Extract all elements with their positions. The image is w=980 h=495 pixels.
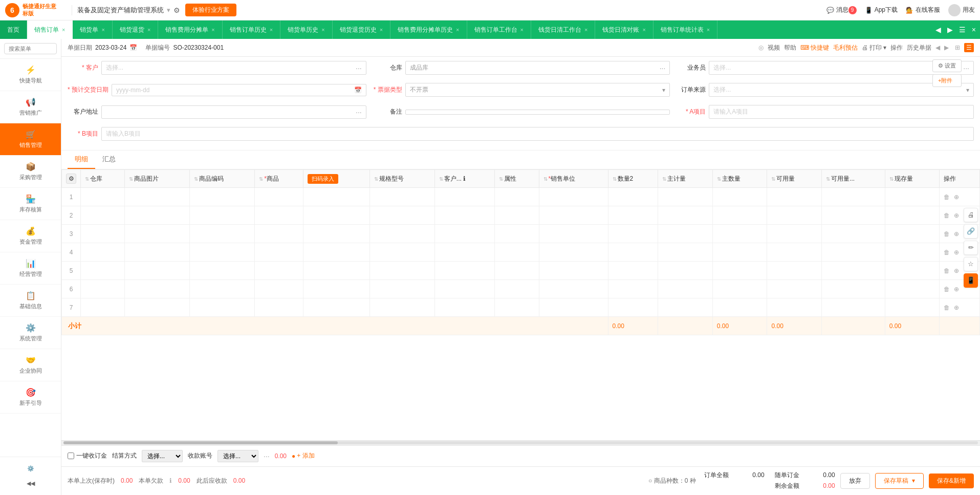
cell-attr[interactable] — [495, 225, 539, 243]
save-draft-button[interactable]: 保存草稿 ▾ — [875, 473, 924, 489]
sidebar-item-marketing[interactable]: 📢 营销推广 — [0, 91, 61, 123]
copy-icon[interactable]: ⊕ — [954, 249, 959, 256]
cell-spec[interactable] — [369, 188, 434, 206]
cell-scan[interactable] — [303, 206, 369, 225]
cell-main-qty[interactable] — [712, 280, 767, 298]
close-tab-icon[interactable]: × — [520, 27, 524, 33]
more-icon[interactable]: ··· — [356, 108, 362, 116]
tab-order-workbench[interactable]: 销售订单工作台 × — [467, 20, 531, 39]
cell-customer-code[interactable] — [434, 280, 494, 298]
column-settings-icon[interactable]: ⚙ — [66, 174, 76, 184]
cell-product[interactable] — [255, 225, 303, 243]
cell-unit[interactable] — [539, 188, 608, 206]
sidebar-item-quicknav[interactable]: ⚡ 快捷导航 — [0, 59, 61, 91]
solution-button[interactable]: 体验行业方案 — [185, 4, 236, 16]
tab-detail[interactable]: 明细 — [68, 150, 95, 169]
cell-image[interactable] — [125, 280, 190, 298]
nav-prev-icon[interactable]: ◀ — [933, 25, 943, 35]
scrollbar-thumb[interactable] — [63, 441, 338, 444]
cell-main-unit[interactable] — [658, 225, 713, 243]
tab-return-history[interactable]: 销货退货历史 × — [333, 20, 390, 39]
cell-available1[interactable] — [767, 243, 822, 262]
cell-action[interactable]: 🗑 ⊕ — [940, 298, 980, 317]
sidebar-item-sales[interactable]: 🛒 销售管理 — [0, 123, 61, 156]
cell-code[interactable] — [190, 262, 255, 280]
cell-available2[interactable] — [822, 262, 885, 280]
cell-code[interactable] — [190, 243, 255, 262]
cell-code[interactable] — [190, 298, 255, 317]
sidebar-item-inventory[interactable]: 🏪 库存核算 — [0, 188, 61, 220]
close-tab-icon[interactable]: × — [707, 27, 710, 33]
more-icon[interactable]: ··· — [356, 64, 362, 72]
cell-scan[interactable] — [303, 298, 369, 317]
cell-image[interactable] — [125, 298, 190, 317]
print-dropdown-icon[interactable]: ▾ — [883, 44, 886, 51]
cell-warehouse[interactable] — [81, 206, 125, 225]
cell-customer-code[interactable] — [434, 243, 494, 262]
cell-warehouse[interactable] — [81, 262, 125, 280]
tab-home[interactable]: 首页 — [0, 20, 27, 39]
close-tab-icon[interactable]: × — [211, 27, 214, 33]
cell-warehouse[interactable] — [81, 188, 125, 206]
cell-warehouse[interactable] — [81, 280, 125, 298]
right-star-icon[interactable]: ☆ — [964, 257, 978, 271]
help-button[interactable]: 帮助 — [784, 44, 796, 52]
sidebar-item-basic[interactable]: 📋 基础信息 — [0, 285, 61, 317]
cell-available1[interactable] — [767, 280, 822, 298]
one-click-checkbox[interactable] — [68, 453, 74, 459]
delete-icon[interactable]: 🗑 — [944, 267, 950, 274]
delete-icon[interactable]: 🗑 — [944, 249, 950, 256]
cell-unit[interactable] — [539, 225, 608, 243]
cell-main-qty[interactable] — [712, 188, 767, 206]
cell-available2[interactable] — [822, 188, 885, 206]
cell-attr[interactable] — [495, 262, 539, 280]
close-tab-icon[interactable]: × — [380, 27, 383, 33]
cell-main-unit[interactable] — [658, 262, 713, 280]
cell-customer-code[interactable] — [434, 206, 494, 225]
cell-customer-code[interactable] — [434, 225, 494, 243]
attach-button[interactable]: +附件 — [932, 74, 962, 87]
cell-scan[interactable] — [303, 243, 369, 262]
cell-unit[interactable] — [539, 298, 608, 317]
remark-input[interactable] — [405, 110, 670, 115]
cell-customer-code[interactable] — [434, 298, 494, 317]
cell-product[interactable] — [255, 206, 303, 225]
tab-daily-reconcile[interactable]: 钱货日清对账 × — [595, 20, 653, 39]
list-icon[interactable]: ☰ — [964, 43, 974, 52]
cell-stock[interactable] — [885, 262, 940, 280]
search-input[interactable] — [4, 43, 57, 54]
sidebar-item-finance[interactable]: 💰 资金管理 — [0, 220, 61, 252]
cell-available1[interactable] — [767, 206, 822, 225]
delete-icon[interactable]: 🗑 — [944, 286, 950, 293]
sidebar-item-enterprise[interactable]: 🤝 企业协同 — [0, 349, 61, 381]
sidebar-item-operation[interactable]: 📊 经营管理 — [0, 252, 61, 285]
cell-main-unit[interactable] — [658, 280, 713, 298]
right-edit-icon[interactable]: ✏ — [964, 241, 978, 255]
tab-daily-workbench[interactable]: 钱货日清工作台 × — [531, 20, 595, 39]
close-tab-icon[interactable]: × — [270, 27, 273, 33]
cell-code[interactable] — [190, 280, 255, 298]
nav-prev2-icon[interactable]: ◀ — [935, 44, 940, 51]
cell-spec[interactable] — [369, 280, 434, 298]
cell-scan[interactable] — [303, 225, 369, 243]
user-menu[interactable]: 用友 — [948, 4, 975, 16]
cell-available1[interactable] — [767, 225, 822, 243]
nav-menu-icon[interactable]: ☰ — [957, 25, 968, 35]
nav-next2-icon[interactable]: ▶ — [944, 44, 949, 51]
warehouse-input[interactable]: 成品库 ··· — [405, 61, 670, 75]
cell-stock[interactable] — [885, 243, 940, 262]
calendar-icon[interactable]: 📅 — [129, 44, 137, 51]
close-tab-icon[interactable]: × — [321, 27, 324, 33]
delete-icon[interactable]: 🗑 — [944, 193, 950, 201]
tab-sales-fee[interactable]: 销售费用分摊单 × — [158, 20, 222, 39]
delete-icon[interactable]: 🗑 — [944, 304, 950, 311]
invoice-select[interactable]: 不开票 ▾ — [405, 83, 670, 97]
cell-main-unit[interactable] — [658, 206, 713, 225]
tab-invoice-history[interactable]: 销货单历史 × — [280, 20, 332, 39]
copy-icon[interactable]: ⊕ — [954, 212, 959, 219]
cell-qty2[interactable] — [608, 225, 658, 243]
horizontal-scrollbar[interactable] — [61, 440, 980, 445]
add-button[interactable]: ● + 添加 — [292, 451, 315, 460]
delete-icon[interactable]: 🗑 — [944, 212, 950, 219]
cell-main-qty[interactable] — [712, 298, 767, 317]
